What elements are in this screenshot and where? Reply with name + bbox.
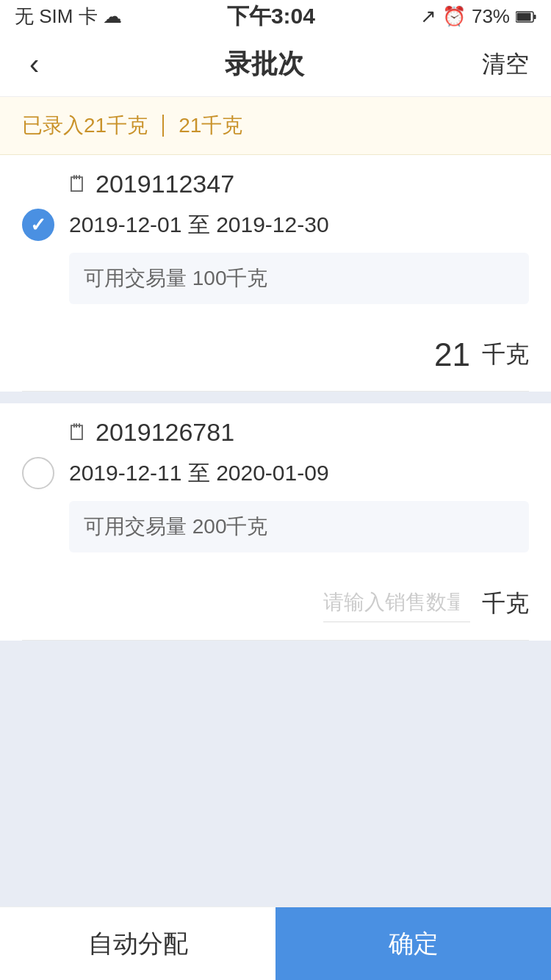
status-bar: 无 SIM 卡 ☁ 下午3:04 ↗ ⏰ 73% <box>0 0 551 32</box>
batch-2-id: 2019126781 <box>96 418 234 447</box>
batch-1-quantity-row: 21 千克 <box>0 319 551 391</box>
batch-1-content: 🗒 2019112347 2019-12-01 至 2019-12-30 可用交… <box>0 155 551 319</box>
batch-2-quantity-input[interactable] <box>323 585 470 622</box>
batch-2-availability: 可用交易量 200千克 <box>69 501 529 552</box>
sim-status: 无 SIM 卡 ☁ <box>15 4 122 29</box>
nav-bar: ‹ 录批次 清空 <box>0 32 551 97</box>
batch-1-id-row: 🗒 2019112347 <box>22 170 529 198</box>
batch-1-radio[interactable] <box>22 209 54 241</box>
batch-2-unit: 千克 <box>482 588 529 620</box>
batch-1-date: 2019-12-01 至 2019-12-30 <box>69 210 329 240</box>
banner-divider <box>162 115 164 137</box>
batch-2-radio[interactable] <box>22 457 54 489</box>
battery-text: 73% <box>472 5 510 28</box>
confirm-button[interactable]: 确定 <box>276 907 551 980</box>
status-time: 下午3:04 <box>227 1 315 32</box>
batch-1-id: 2019112347 <box>96 170 234 198</box>
total-amount: 21千克 <box>179 112 242 140</box>
batch-1-icon: 🗒 <box>66 172 88 197</box>
battery-icon <box>516 5 536 28</box>
alarm-icon: ⏰ <box>442 5 466 28</box>
recorded-amount: 已录入21千克 <box>22 112 148 140</box>
batch-1-unit: 千克 <box>482 339 529 371</box>
bottom-bar: 自动分配 确定 <box>0 907 551 980</box>
page-title: 录批次 <box>225 46 304 82</box>
svg-rect-1 <box>534 15 536 19</box>
batch-2-content: 🗒 2019126781 2019-12-11 至 2020-01-09 可用交… <box>0 403 551 567</box>
auto-distribute-button[interactable]: 自动分配 <box>0 907 276 980</box>
status-right: ↗ ⏰ 73% <box>420 5 536 28</box>
batch-2-quantity-row: 千克 <box>0 567 551 640</box>
batch-card-2: 🗒 2019126781 2019-12-11 至 2020-01-09 可用交… <box>0 403 551 641</box>
info-banner: 已录入21千克 21千克 <box>0 97 551 155</box>
batch-2-id-row: 🗒 2019126781 <box>22 418 529 447</box>
batch-1-availability: 可用交易量 100千克 <box>69 253 529 304</box>
batch-1-quantity-value: 21 <box>434 336 470 373</box>
batch-1-date-row[interactable]: 2019-12-01 至 2019-12-30 <box>22 209 529 241</box>
batch-2-date: 2019-12-11 至 2020-01-09 <box>69 458 329 489</box>
section-divider-1 <box>0 392 551 403</box>
back-button[interactable]: ‹ <box>22 40 46 88</box>
clear-button[interactable]: 清空 <box>482 48 529 81</box>
status-left: 无 SIM 卡 ☁ <box>15 4 122 29</box>
batch-card-1: 🗒 2019112347 2019-12-01 至 2019-12-30 可用交… <box>0 155 551 392</box>
svg-rect-2 <box>517 12 531 21</box>
batch-2-icon: 🗒 <box>66 420 88 445</box>
location-icon: ↗ <box>420 5 436 28</box>
batch-2-date-row[interactable]: 2019-12-11 至 2020-01-09 <box>22 457 529 489</box>
